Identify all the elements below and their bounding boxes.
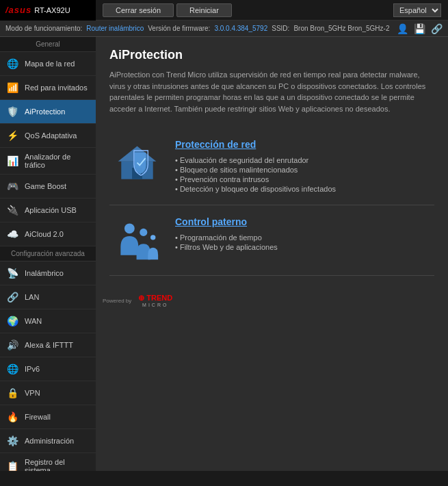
- sidebar-item-inalambrico[interactable]: 📡 Inalámbrico: [0, 261, 96, 285]
- sidebar-label-game-boost: Game Boost: [25, 182, 66, 190]
- sidebar-label-wan: WAN: [25, 317, 42, 325]
- sidebar-label-alexa: Alexa & IFTTT: [25, 341, 73, 349]
- bolt-icon: ⚡: [5, 129, 19, 142]
- sidebar: General 🌐 Mapa de la red 📶 Red para invi…: [0, 37, 96, 471]
- page-title: AiProtection: [109, 48, 434, 62]
- sidebar-item-administracion[interactable]: ⚙️ Administración: [0, 429, 96, 453]
- proteccion-red-bullets: Evaluación de seguridad del enrutador Bl…: [175, 155, 434, 194]
- wifi-icon: 📶: [5, 81, 19, 94]
- sidebar-label-analizador: Analizador de tráfico: [25, 153, 90, 169]
- sidebar-label-aiprotection: AiProtection: [25, 107, 65, 116]
- sidebar-label-vpn: VPN: [25, 389, 40, 397]
- svg-point-3: [124, 223, 134, 233]
- model-name: RT-AX92U: [34, 6, 70, 14]
- sidebar-item-aicloud[interactable]: ☁️ AiCloud 2.0: [0, 222, 96, 246]
- top-bar: /asus RT-AX92U Cerrar sesión Reiniciar E…: [0, 0, 448, 21]
- cloud-icon: ☁️: [5, 227, 19, 241]
- sidebar-label-ipv6: IPv6: [25, 365, 40, 373]
- lock-icon: 🔒: [5, 386, 19, 400]
- sidebar-label-registro: Registro del sistema: [25, 458, 90, 471]
- main-layout: General 🌐 Mapa de la red 📶 Red para invi…: [0, 37, 448, 471]
- gear-icon: ⚙️: [5, 434, 19, 448]
- proteccion-red-svg: [111, 141, 163, 186]
- ipv6-icon: 🌐: [5, 362, 19, 376]
- powered-by-label: Powered by: [103, 298, 131, 304]
- sidebar-item-aiprotection[interactable]: 🛡️ AiProtection: [0, 100, 96, 124]
- gamepad-icon: 🎮: [5, 179, 19, 193]
- sidebar-item-wan[interactable]: 🌍 WAN: [0, 309, 96, 333]
- fire-icon: 🔥: [5, 410, 19, 424]
- control-paterno-title[interactable]: Control paterno: [175, 216, 434, 227]
- sidebar-item-registro[interactable]: 📋 Registro del sistema: [0, 453, 96, 471]
- usb-icon: 💾: [414, 23, 425, 34]
- feature-proteccion-red: Protección de red Evaluación de segurida…: [109, 128, 434, 205]
- alexa-icon: 🔊: [5, 338, 19, 352]
- bullet-bloqueo-sitios: Bloqueo de sitios malintencionados: [175, 165, 434, 175]
- feature-control-paterno: Control paterno Programación de tiempo F…: [109, 205, 434, 276]
- asus-logo: /asus: [5, 5, 31, 15]
- log-icon: 📋: [5, 459, 19, 471]
- cerrar-sesion-button[interactable]: Cerrar sesión: [103, 3, 174, 17]
- ssid-label: SSID:: [272, 25, 289, 32]
- svg-point-4: [140, 228, 147, 235]
- sidebar-item-firewall[interactable]: 🔥 Firewall: [0, 405, 96, 429]
- content-area: AiProtection AiProtection con Trend Micr…: [96, 37, 448, 471]
- footer: Powered by ⊕ TREND MICRO: [103, 294, 427, 307]
- sidebar-label-qos: QoS Adaptativa: [25, 131, 77, 140]
- sidebar-item-qos[interactable]: ⚡ QoS Adaptativa: [0, 124, 96, 148]
- usb-icon: 🔌: [5, 203, 19, 217]
- svg-point-5: [150, 235, 155, 240]
- lan-icon: 🔗: [5, 290, 19, 304]
- info-bar: Modo de funcionamiento: Router inalámbri…: [0, 21, 448, 37]
- network-icon: 🔗: [431, 23, 443, 34]
- sidebar-label-red-invitados: Red para invitados: [25, 84, 88, 92]
- sidebar-item-alexa[interactable]: 🔊 Alexa & IFTTT: [0, 333, 96, 357]
- user-icon: 👤: [397, 23, 408, 34]
- sidebar-label-administracion: Administración: [25, 437, 74, 445]
- avanzada-section-header: Configuración avanzada: [0, 246, 96, 261]
- sidebar-item-usb[interactable]: 🔌 Aplicación USB: [0, 199, 96, 222]
- antenna-icon: 📡: [5, 266, 19, 280]
- version-value[interactable]: 3.0.0.4.384_5792: [214, 25, 267, 32]
- sidebar-label-inalambrico: Inalámbrico: [25, 269, 64, 277]
- globe-icon: 🌐: [5, 57, 19, 71]
- chart-icon: 📊: [5, 154, 19, 168]
- sidebar-item-vpn[interactable]: 🔒 VPN: [0, 381, 96, 405]
- control-paterno-info: Control paterno Programación de tiempo F…: [175, 216, 434, 252]
- control-paterno-bullets: Programación de tiempo Filtros Web y de …: [175, 233, 434, 252]
- logo-area: /asus RT-AX92U: [0, 0, 96, 21]
- sidebar-item-game-boost[interactable]: 🎮 Game Boost: [0, 175, 96, 199]
- sidebar-label-lan: LAN: [25, 293, 39, 301]
- modo-value[interactable]: Router inalámbrico: [86, 25, 144, 32]
- sidebar-item-analizador[interactable]: 📊 Analizador de tráfico: [0, 148, 96, 175]
- version-label: Versión de firmware:: [148, 25, 210, 32]
- bullet-prevencion: Prevención contra intrusos: [175, 175, 434, 184]
- proteccion-red-title[interactable]: Protección de red: [175, 139, 434, 150]
- wan-icon: 🌍: [5, 314, 19, 328]
- top-buttons: Cerrar sesión Reiniciar: [96, 3, 393, 17]
- language-dropdown[interactable]: Español English: [393, 3, 441, 17]
- sidebar-label-firewall: Firewall: [25, 413, 51, 421]
- bullet-evaluacion: Evaluación de seguridad del enrutador: [175, 155, 434, 165]
- ssid-value: Bron Bron_5GHz Bron_5GHz-2: [293, 25, 389, 32]
- sidebar-label-mapa-red: Mapa de la red: [25, 60, 75, 68]
- control-paterno-icon-area: [109, 216, 164, 264]
- page-description: AiProtection con Trend Micro utiliza sup…: [109, 69, 434, 114]
- proteccion-red-icon-area: [109, 139, 164, 187]
- trend-logo: ⊕ TREND: [138, 294, 172, 303]
- sidebar-item-mapa-red[interactable]: 🌐 Mapa de la red: [0, 52, 96, 76]
- sidebar-label-usb: Aplicación USB: [25, 206, 77, 214]
- bullet-filtros: Filtros Web y de aplicaciones: [175, 242, 434, 252]
- modo-label: Modo de funcionamiento:: [5, 25, 82, 32]
- sidebar-item-ipv6[interactable]: 🌐 IPv6: [0, 357, 96, 381]
- sidebar-label-aicloud: AiCloud 2.0: [25, 230, 64, 238]
- sidebar-item-lan[interactable]: 🔗 LAN: [0, 285, 96, 309]
- reiniciar-button[interactable]: Reiniciar: [176, 3, 232, 17]
- trend-micro-label: MICRO: [142, 303, 168, 307]
- general-section-header: General: [0, 37, 96, 52]
- sidebar-item-red-invitados[interactable]: 📶 Red para invitados: [0, 76, 96, 100]
- bullet-programacion: Programación de tiempo: [175, 233, 434, 242]
- language-selector: Español English: [393, 3, 441, 17]
- bullet-deteccion: Detección y bloqueo de dispositivos infe…: [175, 184, 434, 194]
- shield-icon: 🛡️: [5, 105, 19, 118]
